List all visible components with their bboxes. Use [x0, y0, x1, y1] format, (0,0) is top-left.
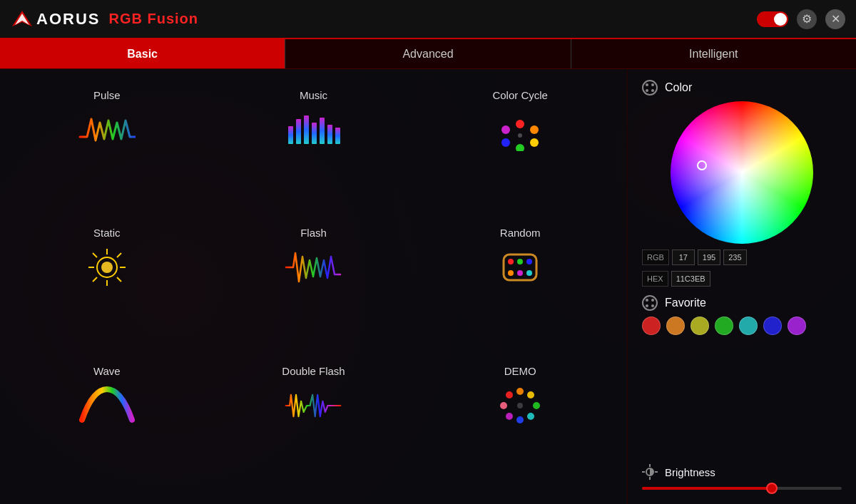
aorus-logo: AORUS [11, 9, 100, 29]
svg-rect-8 [335, 128, 340, 144]
color-section-icon [642, 80, 658, 96]
music-icon [285, 108, 342, 151]
mode-color-cycle[interactable]: Color Cycle [420, 83, 620, 214]
mode-static[interactable]: Static [7, 221, 207, 351]
modes-panel: Pulse Music [0, 69, 628, 504]
favorite-section-icon [642, 295, 658, 311]
flash-icon [285, 246, 342, 289]
mode-music[interactable]: Music [214, 83, 414, 214]
color-label: Color [665, 81, 692, 94]
brightness-slider-fill [642, 487, 772, 490]
aorus-blade-icon [11, 9, 34, 29]
svg-line-23 [117, 277, 121, 282]
double-flash-icon [285, 384, 342, 427]
svg-line-24 [117, 253, 121, 257]
svg-point-34 [516, 388, 524, 395]
hex-label: HEX [642, 271, 668, 287]
hex-value: 11C3EB [671, 271, 710, 287]
svg-point-43 [651, 83, 654, 86]
mode-pulse[interactable]: Pulse [7, 83, 207, 214]
color-wheel-container[interactable] [671, 101, 813, 244]
close-button[interactable]: ✕ [825, 9, 845, 29]
fav-color-yellow[interactable] [691, 317, 709, 335]
tab-basic[interactable]: Basic [0, 39, 285, 68]
wave-icon [78, 384, 136, 427]
fav-color-green[interactable] [715, 317, 733, 335]
svg-point-13 [501, 138, 510, 147]
svg-line-22 [93, 253, 97, 257]
svg-point-30 [508, 270, 514, 276]
svg-point-37 [527, 413, 534, 420]
svg-point-9 [516, 120, 524, 128]
svg-point-29 [526, 259, 532, 264]
svg-rect-4 [304, 115, 309, 144]
svg-point-33 [506, 391, 513, 398]
color-cursor[interactable] [697, 160, 707, 170]
tab-advanced[interactable]: Advanced [285, 39, 571, 68]
mode-double-flash[interactable]: Double Flash [214, 359, 414, 490]
brightness-label: Brightness [665, 466, 715, 478]
fav-color-red[interactable] [642, 317, 661, 335]
brightness-slider-thumb[interactable] [766, 483, 778, 494]
rgb-b-value: 235 [723, 250, 746, 265]
fav-color-orange[interactable] [666, 317, 685, 335]
settings-button[interactable]: ⚙ [797, 9, 817, 29]
svg-point-35 [527, 391, 534, 398]
dots-icon [644, 82, 656, 93]
svg-point-49 [651, 304, 654, 307]
svg-point-48 [646, 304, 648, 307]
logo-area: AORUS RGB Fusion [11, 9, 198, 29]
mode-random[interactable]: Random [420, 221, 620, 351]
mode-flash[interactable]: Flash [214, 221, 414, 351]
color-header: Color [642, 80, 842, 96]
svg-point-44 [646, 89, 648, 92]
fav-color-cyan[interactable] [739, 317, 758, 335]
color-panel: Color RGB 17 195 235 HEX 11C3EB [628, 69, 856, 504]
main-content: Pulse Music [0, 69, 856, 504]
fav-color-purple[interactable] [788, 317, 806, 335]
demo-icon [491, 384, 549, 427]
tab-intelligent[interactable]: Intelligent [571, 39, 856, 68]
svg-point-28 [517, 259, 523, 264]
svg-point-41 [517, 403, 523, 408]
svg-point-42 [646, 83, 648, 86]
header-controls: ⚙ ✕ [757, 9, 845, 29]
favorite-dots-icon [644, 297, 656, 309]
color-wheel[interactable] [671, 101, 813, 244]
svg-point-10 [530, 125, 539, 134]
tabs-bar: Basic Advanced Intelligent [0, 39, 856, 69]
favorite-section: Favorite [642, 295, 842, 335]
favorite-header: Favorite [642, 295, 842, 311]
pulse-icon [78, 108, 136, 151]
mode-wave[interactable]: Wave [7, 359, 207, 490]
svg-point-27 [508, 259, 514, 264]
svg-point-12 [516, 144, 524, 151]
svg-point-46 [646, 299, 648, 302]
toggle-knob [774, 13, 787, 26]
brightness-header: Brightness [642, 464, 842, 480]
svg-rect-3 [296, 119, 301, 144]
svg-point-45 [651, 89, 654, 92]
header: AORUS RGB Fusion ⚙ ✕ [0, 0, 856, 39]
brightness-slider-track[interactable] [642, 487, 842, 490]
svg-point-40 [500, 402, 507, 409]
logo-text: AORUS [36, 10, 100, 29]
mode-demo[interactable]: DEMO [420, 359, 620, 490]
svg-point-14 [501, 125, 510, 134]
svg-point-15 [518, 133, 522, 138]
rgb-r-value: 17 [672, 250, 695, 265]
svg-point-39 [506, 413, 513, 420]
svg-point-47 [651, 299, 654, 302]
favorite-label: Favorite [665, 297, 706, 309]
fav-color-blue[interactable] [763, 317, 782, 335]
svg-point-36 [533, 402, 540, 409]
rgb-g-value: 195 [698, 250, 720, 265]
power-toggle[interactable] [757, 11, 788, 27]
static-icon [78, 246, 136, 289]
svg-point-38 [516, 416, 524, 423]
app-title: RGB Fusion [108, 11, 198, 27]
svg-point-11 [530, 138, 539, 147]
svg-rect-26 [504, 254, 536, 280]
svg-rect-2 [288, 126, 293, 144]
brightness-section: Brightness [642, 464, 842, 493]
